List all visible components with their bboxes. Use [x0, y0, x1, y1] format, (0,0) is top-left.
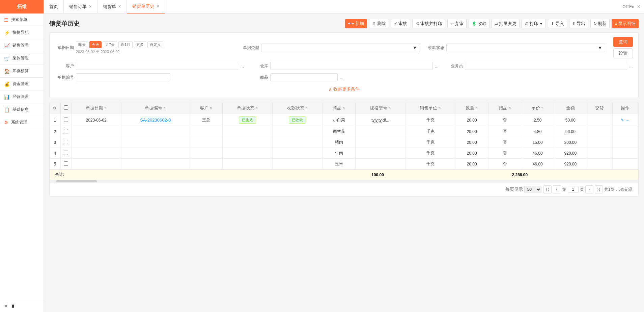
batch-change-button[interactable]: ⇄ 批量变更: [492, 19, 520, 28]
import-button[interactable]: ⬇ 导入: [548, 19, 567, 28]
doc-no-link[interactable]: SA-20230602-0: [140, 118, 171, 123]
sidebar-item-sales-mgmt[interactable]: 📈 销售管理: [0, 39, 44, 52]
col-doc-date[interactable]: 单据日期⇅: [71, 102, 121, 114]
col-unit[interactable]: 销售单位⇅: [405, 102, 455, 114]
row-spec: [356, 137, 405, 148]
tab-sales-history[interactable]: 销货单历史 ✕: [127, 0, 165, 14]
goods-input[interactable]: [270, 73, 338, 81]
query-button[interactable]: 查询: [613, 37, 633, 47]
show-detail-button[interactable]: ≡ 显示明细: [612, 19, 639, 28]
tab-close-sales-order[interactable]: ✕: [89, 4, 92, 9]
delete-icon: 🗑: [372, 21, 376, 26]
collapse-button[interactable]: ∧ 收起更多条件: [327, 85, 361, 94]
sidebar-bottom-icon2[interactable]: ⏸: [11, 304, 15, 309]
main-area: 首页 销售订单 ✕ 销货单 ✕ 销货单历史 ✕ OfTEn ✕ 销货单历史 + …: [44, 0, 644, 312]
col-checkbox[interactable]: [60, 102, 71, 114]
tab-close-sales-history[interactable]: ✕: [156, 4, 159, 8]
col-doc-status[interactable]: 单据状态⇅: [223, 102, 273, 114]
abandon-button[interactable]: ↩ 弃审: [447, 19, 467, 28]
col-doc-no[interactable]: 单据编号⇅: [121, 102, 190, 114]
toolbar: + + 新增 🗑 删除 ✔ 审核 🖨 审核并打印 ↩ 弃审: [345, 19, 639, 28]
sidebar-item-finance[interactable]: 💰 资金管理: [0, 78, 44, 90]
date-btn-today[interactable]: 今天: [89, 41, 102, 48]
warehouse-dots[interactable]: ...: [435, 63, 439, 69]
table-row: 2西兰花千克20.00否4.8096.00: [50, 126, 638, 137]
salesman-dots[interactable]: ...: [629, 63, 633, 69]
row-customer: [190, 148, 223, 159]
select-all-checkbox[interactable]: [64, 105, 68, 110]
next-page-button[interactable]: ⟩: [585, 185, 593, 193]
row-doc-no: [121, 159, 190, 170]
sidebar-item-basic-info[interactable]: 📋 基础信息: [0, 103, 44, 116]
last-page-button[interactable]: ⟩⟩: [595, 185, 603, 193]
date-btn-yesterday[interactable]: 昨天: [76, 41, 88, 48]
tab-sales-goods[interactable]: 销货单 ✕: [97, 0, 127, 14]
col-payment-status[interactable]: 收款状态⇅: [273, 102, 323, 114]
row-checkbox[interactable]: [64, 151, 68, 155]
col-settings[interactable]: ⚙: [50, 102, 60, 114]
col-spec[interactable]: 规格型号⇅: [356, 102, 405, 114]
audit-print-button[interactable]: 🖨 审核并打印: [412, 19, 445, 28]
setting-button[interactable]: 设置: [613, 48, 633, 58]
tab-sales-order[interactable]: 销售订单 ✕: [64, 0, 97, 14]
sidebar-item-operations[interactable]: 📊 经营管理: [0, 90, 44, 103]
warehouse-input[interactable]: [270, 62, 432, 70]
row-check[interactable]: [60, 137, 71, 148]
tab-close-sales-goods[interactable]: ✕: [118, 4, 121, 9]
date-btn-1month[interactable]: 近1月: [118, 41, 133, 48]
row-doc-no[interactable]: SA-20230602-0: [121, 114, 190, 126]
row-checkbox[interactable]: [64, 140, 68, 144]
customer-dots[interactable]: ...: [240, 63, 244, 69]
sidebar-item-purchase-mgmt[interactable]: 🛒 采购管理: [0, 52, 44, 65]
row-checkbox[interactable]: [64, 161, 68, 166]
horizontal-scrollbar[interactable]: [50, 180, 638, 182]
edit-action[interactable]: ✎: [621, 118, 624, 123]
audit-button[interactable]: ✔ 审核: [391, 19, 410, 28]
date-btn-custom[interactable]: 自定义: [147, 41, 163, 48]
sidebar-bottom-icon1[interactable]: ☀: [4, 304, 8, 309]
more-action[interactable]: ⋯: [625, 118, 629, 123]
sidebar-item-sys-mgmt[interactable]: ⚙ 系统管理: [0, 116, 44, 129]
col-qty[interactable]: 数量⇅: [455, 102, 488, 114]
show-detail-icon: ≡: [615, 21, 617, 26]
first-page-button[interactable]: ⟨⟨: [543, 185, 552, 193]
goods-dots[interactable]: ...: [340, 75, 343, 80]
date-btn-7days[interactable]: 近7天: [103, 41, 117, 48]
col-price[interactable]: 单价⇅: [521, 102, 554, 114]
row-checkbox[interactable]: [64, 118, 68, 122]
col-customer[interactable]: 客户⇅: [190, 102, 223, 114]
new-button[interactable]: + + 新增: [345, 19, 367, 28]
row-check[interactable]: [60, 114, 71, 126]
row-unit: 千克: [405, 159, 455, 170]
row-check[interactable]: [60, 148, 71, 159]
row-price: 46.00: [521, 159, 554, 170]
col-goods[interactable]: 商品⇅: [323, 102, 356, 114]
date-btn-more[interactable]: 更多: [134, 41, 146, 48]
sidebar-item-quick-nav[interactable]: ⚡ 快捷导航: [0, 26, 44, 39]
row-goods: 牛肉: [323, 148, 356, 159]
row-checkbox[interactable]: [64, 129, 68, 133]
sidebar-item-search-menu[interactable]: ☰ 搜索菜单: [0, 14, 44, 26]
payment-status-select[interactable]: ▼: [446, 44, 605, 52]
row-doc-no: [121, 137, 190, 148]
export-button[interactable]: ⬆ 导出: [569, 19, 588, 28]
page-size-dropdown[interactable]: 50 100 200: [524, 186, 541, 193]
row-action[interactable]: ✎⋯: [612, 114, 638, 126]
tab-bar-close-icon[interactable]: ✕: [637, 4, 641, 9]
row-check[interactable]: [60, 126, 71, 137]
prev-page-button[interactable]: ⟨: [553, 185, 561, 193]
page-number-input[interactable]: [568, 186, 579, 193]
sidebar-item-inventory[interactable]: 🏠 库存核算: [0, 65, 44, 78]
sidebar-item-label: 搜索菜单: [11, 17, 27, 23]
col-gift[interactable]: 赠品⇅: [488, 102, 521, 114]
tab-home[interactable]: 首页: [44, 0, 64, 14]
doc-no-input[interactable]: [76, 73, 170, 81]
customer-input[interactable]: [76, 62, 238, 70]
delete-button[interactable]: 🗑 删除: [369, 19, 389, 28]
collect-button[interactable]: 💲 收款: [469, 19, 489, 28]
refresh-button[interactable]: ↻ 刷新: [590, 19, 610, 28]
row-check[interactable]: [60, 159, 71, 170]
print-button[interactable]: 🖨 打印 ▼: [522, 19, 546, 28]
doc-type-select[interactable]: ▼: [261, 44, 420, 52]
salesman-input[interactable]: [465, 62, 627, 70]
